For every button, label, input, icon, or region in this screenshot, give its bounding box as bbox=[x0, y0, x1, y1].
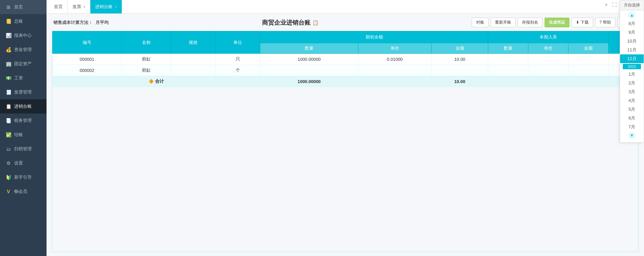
sidebar-item-label: 进销台账 bbox=[14, 103, 32, 109]
sidebar-item-payroll[interactable]: 💵 工资 bbox=[0, 71, 47, 85]
row1-code: 000001 bbox=[53, 54, 122, 65]
page-title-text: 商贸企业进销台账 bbox=[262, 19, 311, 27]
toolbar-row: 销售成本计算方法： 月平均 商贸企业进销台账 📋 对账 重新开账 存报别名 生成… bbox=[52, 18, 639, 27]
reconcile-button[interactable]: 对账 bbox=[472, 18, 489, 27]
note-icon[interactable]: 📋 bbox=[313, 20, 318, 25]
month-nav-down-button[interactable]: ▼ bbox=[628, 132, 635, 139]
funds-icon: 💰 bbox=[5, 47, 11, 52]
invoice-icon: 🧾 bbox=[5, 89, 11, 95]
month-item-8[interactable]: 8月 bbox=[620, 19, 644, 28]
month-item-6[interactable]: 6月 bbox=[620, 114, 644, 123]
col-spec: 规格 bbox=[171, 31, 215, 54]
window-controls: × ⛶ bbox=[604, 2, 617, 7]
tab-bar: 首页 发票 × 进销台账 × bbox=[47, 0, 644, 14]
sidebar-item-label: 资金管理 bbox=[14, 47, 32, 53]
month-item-5[interactable]: 5月 bbox=[620, 105, 644, 114]
sidebar-item-guide[interactable]: 🔰 新手引导 bbox=[0, 170, 47, 184]
row2-pi-amount bbox=[568, 65, 608, 76]
help-icon: ? bbox=[599, 20, 602, 25]
month-nav-down: ▼ bbox=[620, 131, 644, 140]
sidebar-item-label: 设置 bbox=[14, 160, 23, 166]
tab-home[interactable]: 首页 bbox=[49, 0, 68, 14]
month-item-11[interactable]: 11月 bbox=[620, 46, 644, 54]
download-button[interactable]: ⬇ 下载 bbox=[572, 18, 593, 27]
tax-icon: 📑 bbox=[5, 118, 11, 123]
total-ps-amount: 10.00 bbox=[432, 76, 488, 87]
sidebar-item-inventory[interactable]: 📋 进销台账 bbox=[0, 99, 47, 113]
month-nav-up: ▲ bbox=[620, 10, 644, 19]
tab-invoice[interactable]: 发票 × bbox=[68, 0, 90, 14]
sidebar-item-invoice[interactable]: 🧾 发票管理 bbox=[0, 85, 47, 99]
sidebar-item-label: 固定资产 bbox=[14, 61, 32, 67]
sidebar-item-label: 总账 bbox=[14, 18, 23, 24]
member-icon: V bbox=[5, 189, 11, 194]
sidebar-item-tax[interactable]: 📑 税务管理 bbox=[0, 113, 47, 128]
month-nav-up-button[interactable]: ▲ bbox=[628, 12, 635, 19]
assets-icon: 🏢 bbox=[5, 61, 11, 67]
row2-name: 前缸 bbox=[122, 65, 171, 76]
col-period-in-group: 本期入库 bbox=[488, 31, 608, 43]
month-item-10[interactable]: 10月 bbox=[620, 37, 644, 46]
year-2023-badge: 2023 bbox=[623, 64, 641, 69]
table-row: 000001 前缸 只 1000.00000 0.01000 10.00 bbox=[53, 54, 638, 65]
row2-pi-qty bbox=[488, 65, 528, 76]
settings-icon: ⚙ bbox=[5, 160, 11, 166]
month-item-1[interactable]: 1月 bbox=[620, 70, 644, 79]
row2-ps-qty bbox=[260, 65, 358, 76]
month-item-3[interactable]: 3月 bbox=[620, 87, 644, 96]
sidebar-item-archive[interactable]: 🗂 归档管理 bbox=[0, 142, 47, 156]
month-panel: 月份选择 ▲ 8月 9月 10月 11月 12月 2023 1月 2月 3月 4… bbox=[620, 0, 644, 143]
tab-inventory[interactable]: 进销台账 × bbox=[90, 0, 122, 14]
guide-icon: 🔰 bbox=[5, 175, 11, 180]
sidebar-item-checkout[interactable]: ✅ 结账 bbox=[0, 128, 47, 142]
row1-spec bbox=[171, 54, 215, 65]
sidebar-item-label: 结账 bbox=[14, 132, 23, 138]
month-item-2[interactable]: 2月 bbox=[620, 79, 644, 87]
col-name: 名称 bbox=[122, 31, 171, 54]
page-title: 商贸企业进销台账 📋 bbox=[262, 19, 318, 27]
download-icon: ⬇ bbox=[576, 20, 579, 25]
sidebar-item-settings[interactable]: ⚙ 设置 bbox=[0, 156, 47, 170]
row2-pi-price bbox=[528, 65, 568, 76]
month-item-12[interactable]: 12月 bbox=[620, 54, 644, 63]
row1-name: 前缸 bbox=[122, 54, 171, 65]
download-label: 下载 bbox=[581, 20, 589, 25]
col-pi-price: 单价 bbox=[528, 43, 568, 54]
table-row: 000002 前缸 个 bbox=[53, 65, 638, 76]
maximize-window-button[interactable]: ⛶ bbox=[612, 2, 617, 7]
sidebar-item-label: 首页 bbox=[14, 4, 23, 10]
row1-ps-amount: 10.00 bbox=[432, 54, 488, 65]
inventory-table: 编号 名称 规格 单位 期初余额 本期入库 数 数量 单价 金额 数量 单价 bbox=[52, 31, 638, 87]
sidebar-item-label: 税务管理 bbox=[14, 118, 32, 124]
generate-voucher-button[interactable]: 生成凭证 bbox=[545, 18, 569, 27]
tab-invoice-close[interactable]: × bbox=[83, 5, 85, 9]
sales-method-value: 月平均 bbox=[95, 20, 109, 25]
sidebar-item-reports[interactable]: 📊 报表中心 bbox=[0, 28, 47, 43]
col-pi-amount: 金额 bbox=[568, 43, 608, 54]
inventory-icon: 📋 bbox=[5, 104, 11, 109]
reopen-button[interactable]: 重新开账 bbox=[491, 18, 516, 27]
ledger-icon: 📒 bbox=[5, 19, 11, 24]
content-area: 销售成本计算方法： 月平均 商贸企业进销台账 📋 对账 重新开账 存报别名 生成… bbox=[47, 14, 644, 256]
sidebar-item-ledger[interactable]: 📒 总账 bbox=[0, 14, 47, 28]
sidebar-item-home[interactable]: ⊞ 首页 bbox=[0, 0, 47, 14]
sidebar-item-assets[interactable]: 🏢 固定资产 bbox=[0, 57, 47, 71]
row1-pi-price bbox=[528, 54, 568, 65]
col-pi-qty: 数量 bbox=[488, 43, 528, 54]
tab-inventory-close[interactable]: × bbox=[115, 5, 117, 9]
total-pi-qty bbox=[488, 76, 528, 87]
close-window-button[interactable]: × bbox=[604, 2, 609, 7]
sales-method-label: 销售成本计算方法： bbox=[53, 20, 93, 25]
sidebar-item-member[interactable]: V 畅会员 bbox=[0, 184, 47, 199]
col-ps-amount: 金额 bbox=[432, 43, 488, 54]
col-code: 编号 bbox=[53, 31, 122, 54]
save-alias-button[interactable]: 存报别名 bbox=[518, 18, 543, 27]
month-item-4[interactable]: 4月 bbox=[620, 96, 644, 105]
tab-invoice-label: 发票 bbox=[72, 4, 81, 10]
sidebar-item-funds[interactable]: 💰 资金管理 bbox=[0, 43, 47, 57]
help-button[interactable]: ? 帮助 bbox=[595, 18, 615, 27]
row2-ps-price bbox=[358, 65, 431, 76]
total-pi-price bbox=[528, 76, 568, 87]
month-item-7[interactable]: 7月 bbox=[620, 123, 644, 131]
month-item-9[interactable]: 9月 bbox=[620, 28, 644, 37]
